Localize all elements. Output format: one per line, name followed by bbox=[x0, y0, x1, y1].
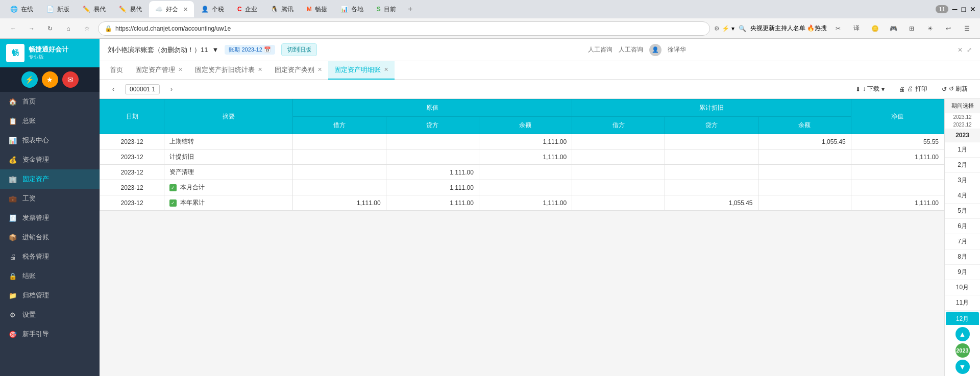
sidebar-special-btn-1[interactable]: ⚡ bbox=[21, 71, 38, 88]
user-label[interactable]: 徐译华 bbox=[668, 45, 686, 54]
browser-tab-4[interactable]: ☁️ 好会 ✕ bbox=[149, 1, 194, 17]
download-dropdown-icon[interactable]: ▾ bbox=[881, 86, 885, 93]
page-tab-asset-detail[interactable]: 固定资产明细账 ✕ bbox=[328, 61, 395, 80]
forward-button[interactable]: → bbox=[24, 21, 39, 36]
next-page-button[interactable]: › bbox=[166, 84, 177, 95]
period-month-4[interactable]: 4月 bbox=[945, 188, 980, 204]
period-month-9[interactable]: 9月 bbox=[945, 265, 980, 280]
period-month-6[interactable]: 6月 bbox=[945, 219, 980, 234]
tab-label-4: 好会 bbox=[166, 5, 178, 14]
translate-icon[interactable]: 译 bbox=[849, 21, 864, 36]
browser-tab-9[interactable]: 📊 各地 bbox=[334, 1, 370, 17]
cell-orig-balance-3 bbox=[479, 180, 572, 195]
content-toolbar: ‹ 000001 1 › ⬇ ↓ 下载 ▾ 🖨 🖨 打印 ↺ bbox=[100, 80, 980, 99]
browser-tab-7[interactable]: 🐧 腾讯 bbox=[264, 1, 300, 17]
home-button[interactable]: ⌂ bbox=[61, 21, 76, 36]
tab-asset-detail-close[interactable]: ✕ bbox=[384, 66, 388, 73]
help-text[interactable]: 人工咨询 bbox=[619, 45, 643, 54]
page-number[interactable]: 000001 1 bbox=[125, 84, 160, 94]
back-button[interactable]: ← bbox=[6, 21, 20, 36]
search-text: 央视更新主持人名单 🔥热搜 bbox=[750, 24, 827, 33]
tab-icon-5: 👤 bbox=[201, 6, 209, 13]
switch-version-button[interactable]: 切到旧版 bbox=[281, 43, 317, 56]
sidebar-label-assets: 固定资产 bbox=[22, 174, 49, 184]
period-year-2023: 2023 bbox=[945, 129, 980, 142]
close-window-icon[interactable]: ✕ bbox=[970, 5, 976, 13]
print-button[interactable]: 🖨 🖨 打印 bbox=[895, 83, 931, 95]
period-month-7[interactable]: 7月 bbox=[945, 234, 980, 249]
period-month-1[interactable]: 1月 bbox=[945, 142, 980, 158]
page-tab-home[interactable]: 首页 bbox=[104, 61, 129, 80]
period-month-3[interactable]: 3月 bbox=[945, 173, 980, 188]
browser-tab-8[interactable]: M 畅捷 bbox=[301, 1, 333, 17]
ssl-lock-icon: 🔒 bbox=[105, 25, 112, 32]
period-month-5[interactable]: 5月 bbox=[945, 204, 980, 219]
download-button[interactable]: ⬇ ↓ 下载 ▾ bbox=[851, 83, 889, 95]
tab-dep-stats-close[interactable]: ✕ bbox=[258, 66, 262, 73]
th-acc-credit: 贷方 bbox=[665, 117, 758, 134]
url-input[interactable]: 🔒 https://cloud.chanjet.com/accounting/u… bbox=[98, 21, 710, 36]
company-selector[interactable]: 刘小艳演示账套（勿删勿动！）11 ▼ bbox=[108, 45, 218, 55]
page-tab-depreciation-stats[interactable]: 固定资产折旧统计表 ✕ bbox=[189, 61, 268, 80]
sidebar-item-fixed-assets[interactable]: 🏢 固定资产 bbox=[0, 169, 100, 189]
cell-date-1: 2023-12 bbox=[100, 149, 164, 165]
browser-tab-10[interactable]: S 目前 bbox=[371, 1, 402, 17]
sidebar-special-btn-3[interactable]: ✉ bbox=[62, 71, 79, 88]
tab-asset-cat-close[interactable]: ✕ bbox=[317, 66, 322, 73]
bookmark-button[interactable]: ☆ bbox=[80, 21, 94, 36]
page-tab-asset-management[interactable]: 固定资产管理 ✕ bbox=[129, 61, 189, 80]
grid-icon[interactable]: ⊞ bbox=[904, 21, 919, 36]
tab-asset-mgmt-close[interactable]: ✕ bbox=[178, 66, 183, 73]
refresh-button[interactable]: ↻ bbox=[43, 21, 57, 36]
period-month-11[interactable]: 11月 bbox=[945, 295, 980, 311]
scroll-down-button[interactable]: ▼ bbox=[955, 360, 970, 374]
year-2023-badge[interactable]: 2023 bbox=[955, 343, 970, 358]
maximize-icon[interactable]: □ bbox=[962, 5, 966, 13]
menu-icon[interactable]: ☰ bbox=[960, 21, 974, 36]
period-month-2[interactable]: 2月 bbox=[945, 158, 980, 173]
search-bar[interactable]: 🔍 央视更新主持人名单 🔥热搜 bbox=[739, 24, 827, 33]
assets-icon: 🏢 bbox=[8, 174, 17, 184]
dropdown-icon[interactable]: ▾ bbox=[731, 25, 734, 32]
sidebar-item-settings[interactable]: ⚙ 设置 bbox=[0, 305, 100, 324]
sidebar-item-close[interactable]: 🔒 结账 bbox=[0, 266, 100, 286]
lightning-icon: ⚡ bbox=[722, 25, 729, 32]
period-month-10[interactable]: 10月 bbox=[945, 280, 980, 295]
browser-tab-6[interactable]: C 企业 bbox=[231, 1, 263, 17]
sidebar-item-payroll[interactable]: 💼 工资 bbox=[0, 189, 100, 208]
tab-icon-3: ✏️ bbox=[119, 6, 127, 13]
window-close-icon[interactable]: ✕ bbox=[958, 46, 963, 54]
window-maximize-icon[interactable]: ⤢ bbox=[967, 46, 972, 54]
sidebar-special-btn-2[interactable]: ★ bbox=[42, 71, 58, 88]
minimize-icon[interactable]: ─ bbox=[952, 5, 958, 13]
sidebar-item-purchase-sales[interactable]: 📦 进销台账 bbox=[0, 228, 100, 247]
page-tab-asset-category[interactable]: 固定资产类别 ✕ bbox=[268, 61, 328, 80]
coin-icon[interactable]: 🪙 bbox=[868, 21, 882, 36]
scroll-up-button[interactable]: ▲ bbox=[955, 327, 970, 341]
sidebar-item-archive[interactable]: 📁 归档管理 bbox=[0, 286, 100, 305]
sidebar-item-home[interactable]: 🏠 首页 bbox=[0, 92, 100, 111]
scissors-icon[interactable]: ✂ bbox=[831, 21, 845, 36]
browser-tab-0[interactable]: 🌐 在线 bbox=[4, 1, 39, 17]
sun-icon[interactable]: ☀ bbox=[923, 21, 937, 36]
period-month-8[interactable]: 8月 bbox=[945, 249, 980, 265]
period-month-12[interactable]: 12月 bbox=[946, 312, 979, 325]
undo-icon[interactable]: ↩ bbox=[941, 21, 955, 36]
browser-toolbar: ✂ 译 🪙 🎮 ⊞ ☀ ↩ ☰ bbox=[831, 21, 974, 36]
help-label[interactable]: 人工咨询 bbox=[588, 45, 612, 54]
sidebar-item-tax[interactable]: 🖨 税务管理 bbox=[0, 247, 100, 266]
browser-tab-5[interactable]: 👤 个税 bbox=[195, 1, 230, 17]
sidebar-item-reports[interactable]: 📊 报表中心 bbox=[0, 131, 100, 150]
sidebar-item-funds[interactable]: 💰 资金管理 bbox=[0, 150, 100, 169]
browser-tab-2[interactable]: ✏️ 易代 bbox=[77, 1, 112, 17]
sidebar-item-general-ledger[interactable]: 📋 总账 bbox=[0, 111, 100, 131]
prev-page-button[interactable]: ‹ bbox=[108, 84, 119, 95]
sidebar-item-invoice[interactable]: 🧾 发票管理 bbox=[0, 208, 100, 228]
sidebar-item-guide[interactable]: 🎯 新手引导 bbox=[0, 324, 100, 344]
browser-tab-1[interactable]: 📄 新版 bbox=[40, 1, 76, 17]
tab-close-4[interactable]: ✕ bbox=[183, 6, 188, 13]
refresh-button[interactable]: ↺ ↺ 刷新 bbox=[938, 83, 972, 95]
game-icon[interactable]: 🎮 bbox=[886, 21, 900, 36]
new-tab-button[interactable]: + bbox=[403, 2, 418, 16]
browser-tab-3[interactable]: ✏️ 易代 bbox=[113, 1, 148, 17]
